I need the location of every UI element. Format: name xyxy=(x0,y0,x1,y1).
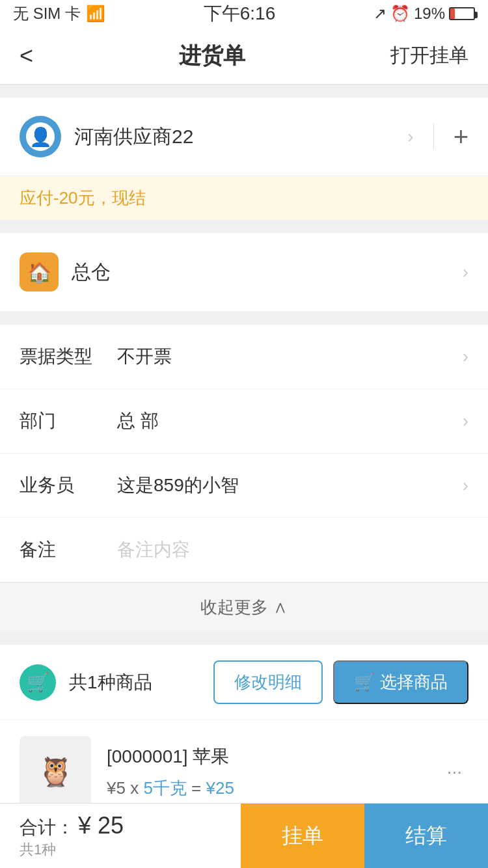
remark-row[interactable]: 备注 备注内容 xyxy=(0,518,488,582)
products-count: 共1种商品 xyxy=(69,670,213,695)
warehouse-chevron-icon: › xyxy=(463,262,468,282)
staff-row[interactable]: 业务员 这是859的小智 › xyxy=(0,454,488,518)
product-price: ¥5 x 5千克 = ¥25 xyxy=(107,777,441,800)
staff-label: 业务员 xyxy=(20,473,104,498)
price-equals: = xyxy=(191,778,206,798)
invoice-label: 票据类型 xyxy=(20,344,104,369)
warehouse-icon: 🏠 xyxy=(20,252,59,292)
product-name: [0000001] 苹果 xyxy=(107,744,441,769)
time-label: 下午6:16 xyxy=(204,1,276,26)
price-total: ¥25 xyxy=(206,778,234,798)
battery-icon xyxy=(449,7,475,20)
bottom-bar: 合计： ¥ 25 共1种 挂单 结算 xyxy=(0,803,488,868)
staff-value: 这是859的小智 xyxy=(104,473,463,498)
avatar-icon: 👤 xyxy=(29,126,52,148)
invoice-row[interactable]: 票据类型 不开票 › xyxy=(0,325,488,389)
gap-3 xyxy=(0,312,488,325)
supplier-chevron-icon: › xyxy=(407,126,413,147)
status-left: 无 SIM 卡 📶 xyxy=(13,3,105,24)
wifi-icon: 📶 xyxy=(86,5,105,23)
location-icon: ↗ xyxy=(373,5,386,23)
form-section: 票据类型 不开票 › 部门 总 部 › 业务员 这是859的小智 › 备注 备注… xyxy=(0,325,488,582)
select-label: 选择商品 xyxy=(380,671,448,694)
product-thumbnail: 🦉 xyxy=(20,736,91,807)
status-bar: 无 SIM 卡 📶 下午6:16 ↗ ⏰ 19% xyxy=(0,0,488,27)
edit-detail-button[interactable]: 修改明细 xyxy=(213,660,323,704)
total-label: 合计： xyxy=(20,815,74,840)
gap-4 xyxy=(0,632,488,645)
open-hang-button[interactable]: 打开挂单 xyxy=(390,42,468,69)
price-qty: 5千克 xyxy=(143,778,186,798)
main-content: 👤 河南供应商22 › + 应付-20元，现结 🏠 总仓 › 票据类型 不开票 … xyxy=(0,85,488,868)
supplier-row[interactable]: 👤 河南供应商22 › + xyxy=(0,98,488,176)
dept-row[interactable]: 部门 总 部 › xyxy=(0,389,488,454)
product-more-button[interactable]: ··· xyxy=(441,755,468,789)
collapse-label: 收起更多 ∧ xyxy=(200,597,287,617)
supplier-hint: 应付-20元，现结 xyxy=(0,176,488,220)
supplier-section: 👤 河南供应商22 › + 应付-20元，现结 xyxy=(0,98,488,220)
supplier-avatar: 👤 xyxy=(20,116,61,157)
product-thumb-owl-icon: 🦉 xyxy=(38,755,74,789)
invoice-chevron-icon: › xyxy=(463,346,468,367)
supplier-divider xyxy=(433,124,434,150)
collapse-bar[interactable]: 收起更多 ∧ xyxy=(0,582,488,632)
select-icon: 🛒 xyxy=(354,672,375,692)
hang-button[interactable]: 挂单 xyxy=(241,804,364,868)
products-icon: 🛒 xyxy=(20,664,56,701)
back-button[interactable]: < xyxy=(20,42,33,70)
dept-value: 总 部 xyxy=(104,409,463,433)
supplier-name: 河南供应商22 xyxy=(74,124,407,150)
carrier-label: 无 SIM 卡 xyxy=(13,3,81,24)
total-section: 合计： ¥ 25 共1种 xyxy=(0,804,241,868)
price-unit: ¥5 x xyxy=(107,778,143,798)
alarm-icon: ⏰ xyxy=(390,5,410,23)
staff-chevron-icon: › xyxy=(463,475,468,496)
status-right: ↗ ⏰ 19% xyxy=(373,5,475,23)
product-info: [0000001] 苹果 ¥5 x 5千克 = ¥25 xyxy=(107,744,441,800)
products-header: 🛒 共1种商品 修改明细 🛒 选择商品 xyxy=(0,645,488,720)
gap-2 xyxy=(0,220,488,233)
dept-label: 部门 xyxy=(20,409,104,433)
remark-input[interactable]: 备注内容 xyxy=(104,537,468,562)
total-count: 共1种 xyxy=(20,840,221,860)
select-product-button[interactable]: 🛒 选择商品 xyxy=(333,660,468,704)
cart-icon: 🛒 xyxy=(27,671,49,693)
product-code: [0000001] 苹果 xyxy=(107,746,229,766)
nav-bar: < 进货单 打开挂单 xyxy=(0,27,488,85)
invoice-value: 不开票 xyxy=(104,344,463,369)
total-amount: ¥ 25 xyxy=(78,812,124,839)
warehouse-row[interactable]: 🏠 总仓 › xyxy=(0,233,488,312)
gap-1 xyxy=(0,85,488,98)
battery-label: 19% xyxy=(414,5,445,23)
checkout-button[interactable]: 结算 xyxy=(364,804,488,868)
dept-chevron-icon: › xyxy=(463,411,468,431)
page-title: 进货单 xyxy=(179,41,245,71)
warehouse-label: 总仓 xyxy=(72,259,463,286)
remark-label: 备注 xyxy=(20,537,104,562)
supplier-add-button[interactable]: + xyxy=(454,122,468,152)
